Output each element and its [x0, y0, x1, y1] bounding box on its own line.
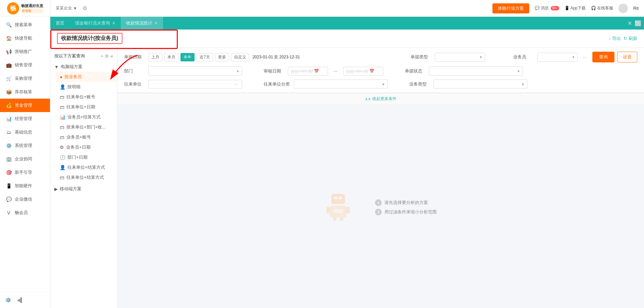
partner-category-select-wrap	[294, 80, 388, 89]
svg-rect-2	[339, 197, 342, 199]
add-scheme-icon[interactable]: +	[101, 53, 103, 59]
sidebar-item-sales[interactable]: 💼 销售管理	[0, 58, 50, 72]
collapse-panel-icon[interactable]: «	[110, 53, 113, 59]
tree-item-by-detail[interactable]: 👤 按明细	[56, 82, 117, 92]
tab-bar: 首页 现金银行流水查询 ✕ 收款情况统计 ✕ ✕ ⬜	[50, 17, 644, 30]
page-header: 收款情况统计(按业务员) ↑ 导出 ↻ 刷新	[50, 30, 644, 48]
sidebar-item-operations[interactable]: 📊 经营管理	[0, 112, 50, 125]
business-type-select-wrap	[433, 80, 527, 89]
message-badge: 99+	[551, 6, 559, 10]
trial-btn[interactable]: 体验行业方案	[492, 3, 529, 13]
close-collection-stats-icon[interactable]: ✕	[154, 21, 158, 25]
logo-badge: 标准版	[21, 8, 43, 13]
scheme-settings-icon[interactable]: ⚙	[105, 53, 109, 59]
sidebar-item-basic-info[interactable]: 🗂 基础信息	[0, 125, 50, 139]
chevron-right-icon: ▶	[54, 187, 58, 192]
date-btn-this-month[interactable]: 本月	[164, 53, 178, 61]
partner-more-icon[interactable]: ···	[233, 82, 239, 87]
date-btn-custom[interactable]: 自定义	[231, 53, 249, 61]
tree-item-partner-dept[interactable]: 🗃 按来单位+部门+收...	[56, 122, 117, 132]
tab-home[interactable]: 首页	[50, 17, 70, 30]
breadcrumb-chevron-icon: ▼	[73, 6, 77, 11]
refresh-button[interactable]: ↻ 刷新	[624, 36, 637, 42]
sidebar-item-finance[interactable]: 💰 资金管理	[0, 99, 50, 112]
page-title: 收款情况统计(按业务员)	[57, 33, 122, 44]
partner-category-label: 往来单位分类	[264, 81, 290, 87]
review-date-from[interactable]: yyyy-mm-dd 📅	[288, 67, 328, 75]
partner-input[interactable]: ···	[148, 80, 242, 89]
filter-row-2: 部门 审核日期 yyyy-mm-dd 📅 — yyyy-mm-dd	[124, 66, 637, 75]
sidebar-item-marketing[interactable]: 📢 营销推广	[0, 45, 50, 58]
message-icon: 💬	[535, 6, 540, 10]
sidebar-item-quick-nav[interactable]: 🏠 快捷导航	[0, 32, 50, 45]
date-btn-last-month[interactable]: 上月	[148, 53, 162, 61]
query-button[interactable]: 查询	[592, 52, 614, 62]
filter-row-1: 单据日期 上月 本月 本年 近7天 更多 自定义 2023-01-01 至 20…	[124, 52, 637, 62]
partner-category-select[interactable]	[294, 80, 388, 89]
tree-item-partner-settle2[interactable]: 🗃 往来单位+结算方式	[56, 172, 117, 183]
sidebar-item-inventory[interactable]: 📦 库存核算	[0, 85, 50, 99]
tree-item-salesperson-account[interactable]: 🗃 业务员+账号	[56, 132, 117, 142]
desktop-section-header[interactable]: ▼ 电脑端方案	[50, 62, 117, 72]
date-btn-this-year[interactable]: 本年	[180, 53, 195, 61]
message-item[interactable]: 💬 消息 99+	[535, 5, 559, 11]
tree-item-partner-account[interactable]: 🗃 往来单位+账号	[56, 92, 117, 102]
calendar2-icon: 📅	[369, 69, 374, 73]
sidebar-item-purchase[interactable]: 🛒 采购管理	[0, 72, 50, 85]
date-btn-7days[interactable]: 近7天	[197, 53, 213, 61]
sidebar-item-hardware[interactable]: 📱 智能硬件	[0, 179, 50, 193]
doc-type-select[interactable]	[435, 53, 485, 62]
collapse-sidebar-icon[interactable]: ◀▌	[15, 295, 25, 305]
guide-icon: 🎯	[5, 169, 12, 176]
svg-rect-0	[331, 194, 345, 204]
home-icon: 🏠	[5, 35, 12, 42]
sidebar-item-guide[interactable]: 🎯 新手引导	[0, 166, 50, 179]
salesperson-label: 业务员	[513, 54, 533, 60]
sales-icon: 💼	[5, 62, 12, 68]
tree-item-partner-date[interactable]: 🗃 往来单位+日期	[56, 102, 117, 112]
phone-icon: 📱	[565, 6, 570, 10]
close-bank-flow-icon[interactable]: ✕	[112, 21, 115, 25]
enterprise-icon: 🏢	[5, 156, 12, 162]
partner-label: 往来单位	[124, 81, 144, 87]
settings-bottom-icon[interactable]: ⚙️	[3, 295, 13, 305]
sidebar-item-system[interactable]: ⚙️ 系统管理	[0, 139, 50, 152]
business-type-select[interactable]	[433, 80, 527, 89]
maximize-window-icon[interactable]: ⬜	[635, 20, 641, 27]
sidebar-item-wechat[interactable]: 💬 企业微信	[0, 193, 50, 206]
mobile-section-header[interactable]: ▶ 移动端方案	[50, 184, 117, 194]
doc-status-select[interactable]	[429, 66, 523, 75]
collapse-bar[interactable]: ∧∧ 收起更多条件	[117, 93, 644, 104]
tree-item-salesperson-date[interactable]: ⚙ 业务员+日期	[56, 142, 117, 152]
tab-bar-right: ✕ ⬜	[628, 17, 644, 30]
tree-item-partner-settle1[interactable]: 👤 往来单位+结算方式	[56, 162, 117, 172]
date-btn-more[interactable]: 更多	[215, 53, 229, 61]
avatar[interactable]	[619, 4, 628, 13]
salesperson-more-icon[interactable]: ···	[582, 54, 588, 60]
tab-bank-flow[interactable]: 现金银行流水查询 ✕	[70, 17, 121, 30]
left-panel-header: 按以下方案查询 + ⚙ «	[50, 52, 117, 62]
tab-collection-stats[interactable]: 收款情况统计 ✕	[121, 17, 163, 30]
salesperson-select[interactable]	[537, 53, 578, 62]
refresh-icon: ↻	[624, 36, 627, 41]
review-date-to[interactable]: yyyy-mm-dd 📅	[343, 67, 383, 75]
orange-circle-icon: ●	[60, 74, 62, 80]
sidebar-item-enterprise[interactable]: 🏢 企业协同	[0, 152, 50, 166]
header-gear-icon[interactable]: ⚙	[83, 5, 87, 11]
doc-status-label: 单据状态	[405, 68, 425, 74]
tree-item-by-salesperson[interactable]: ● 按业务员	[56, 72, 117, 82]
close-window-icon[interactable]: ✕	[628, 20, 632, 27]
tree-item-salesperson-settle[interactable]: 📊 业务员+结算方式	[56, 112, 117, 122]
inventory-icon: 📦	[5, 89, 12, 95]
settings-button[interactable]: 设置	[617, 52, 637, 62]
export-button[interactable]: ↑ 导出	[609, 36, 621, 42]
online-service-item[interactable]: 🎧 在线客服	[591, 5, 613, 11]
hardware-icon: 📱	[5, 183, 12, 189]
breadcrumb: 某某企业 ▼	[56, 5, 77, 11]
app-download-item[interactable]: 📱 App下载	[565, 5, 586, 11]
sidebar-item-search[interactable]: 🔍 搜索菜单	[0, 18, 50, 32]
review-date-label: 审核日期	[264, 68, 284, 74]
tree-item-dept-date[interactable]: 🕐 部门+日期	[56, 152, 117, 162]
dept-select[interactable]	[148, 66, 242, 75]
sidebar-item-member[interactable]: V 畅会员	[0, 206, 50, 219]
